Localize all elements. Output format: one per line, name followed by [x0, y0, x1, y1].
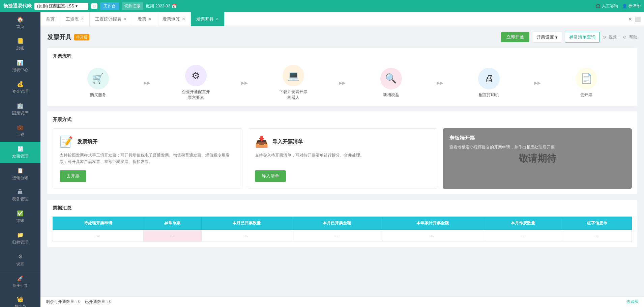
sidebar-item-settle[interactable]: ✅ 结账	[0, 206, 40, 228]
restore-window-button[interactable]: ⬜	[635, 17, 641, 22]
summary-col-yearly-amount: 本年累计开票金额	[382, 217, 483, 230]
flow-step-config: ⚙ 企业开通配置开票六要素	[150, 65, 241, 101]
tab-home[interactable]: 首页	[40, 12, 60, 26]
copy-icon[interactable]: □	[91, 3, 97, 9]
sidebar-item-label-settle: 结账	[16, 218, 24, 224]
sidebar-item-invoice[interactable]: 🧾 发票管理	[0, 142, 40, 163]
flow-step-download: 💻 下载并安装开票机器人	[248, 65, 339, 101]
sidebar-item-settings[interactable]: ⚙ 设置	[0, 249, 40, 271]
invoice-flow-icon: 📄	[581, 73, 592, 84]
goto-buy-link[interactable]: 去购买	[626, 299, 639, 305]
sidebar-item-archive[interactable]: 📁 归档管理	[0, 228, 40, 249]
config-icon-wrap: ⚙	[185, 65, 207, 86]
buy-icon: 🛒	[92, 73, 104, 84]
close-tab-salary-stats[interactable]: ✕	[123, 17, 126, 21]
abnormal-query-button[interactable]: 异常清单查询	[565, 32, 600, 43]
tab-invoice[interactable]: 发票 ✕	[132, 12, 157, 26]
sidebar-item-label-report: 报表中心	[12, 67, 28, 73]
taxboard-label: 新增税盘	[383, 92, 399, 98]
config-label: 企业开通配置开票六要素	[181, 89, 211, 101]
help-link[interactable]: 帮助	[629, 34, 637, 40]
buy-label: 购买服务	[90, 92, 106, 98]
method-card-oldapp: 老板端开票 查看老板端小程序提交的开票申请，并作出相应处理后开票 敬请期待	[443, 128, 632, 189]
company-selector[interactable]: (勿删) 江西服室-LSS ▾	[34, 3, 88, 10]
taxboard-icon: 🔍	[385, 73, 397, 84]
salary-icon: 💼	[17, 124, 24, 131]
flow-arrow-1: ▸▸	[144, 79, 150, 87]
download-icon: 💻	[288, 70, 299, 81]
flow-arrow-2: ▸▸	[241, 79, 248, 87]
summary-cell-monthly-count: --	[201, 230, 292, 242]
switch-old-button[interactable]: 切到旧版	[122, 2, 143, 10]
tab-salary-table[interactable]: 工资表 ✕	[60, 12, 90, 26]
close-tab-invoice-calc[interactable]: ✕	[182, 17, 185, 21]
printer-label: 配置打印机	[479, 92, 499, 98]
workbench-button[interactable]: 工作台	[100, 2, 119, 10]
period-calendar-icon[interactable]: 📅	[172, 4, 177, 8]
help-icon: ⊙	[623, 35, 626, 39]
page-header: 发票开具 待开通 立即开通 开票设置 ▾ 异常清单查询 ⊙ 视频 | ⊙	[47, 32, 637, 43]
sidebar-item-fund[interactable]: 💰 资金管理	[0, 77, 40, 99]
open-now-button[interactable]: 立即开通	[501, 32, 529, 42]
headset-icon: 🎧	[595, 4, 601, 8]
view-link[interactable]: 视频	[609, 34, 617, 40]
sidebar-item-asset[interactable]: 🏢 固定资产	[0, 99, 40, 120]
tab-salary-stats[interactable]: 工资统计报表 ✕	[90, 12, 132, 26]
view-icon: ⊙	[603, 35, 606, 39]
sidebar-item-report[interactable]: 📊 报表中心	[0, 55, 40, 77]
flow-section: 开票流程 🛒 购买服务 ▸▸ ⚙ 企业开通配置开票六要素	[47, 48, 637, 106]
period-label: 账期	[146, 3, 154, 9]
sidebar-item-home[interactable]: 🏠 首页	[0, 12, 40, 34]
flow-step-taxboard: 🔍 新增税盘	[346, 68, 437, 98]
close-tab-invoice-tool[interactable]: ✕	[216, 17, 219, 21]
main-layout: 🏠 首页 📒 总账 📊 报表中心 💰 资金管理 🏢 固定资产 💼 工资 🧾 发票…	[0, 12, 644, 307]
close-all-tabs-button[interactable]: ✕	[628, 17, 632, 22]
printer-icon: 🖨	[484, 73, 494, 84]
method-card-import-header: 📥 导入开票清单	[255, 135, 431, 148]
status-bar-left: 剩余可开通数量：0 已开通数量：0	[46, 299, 112, 305]
flow-arrow-4: ▸▸	[437, 79, 443, 87]
page-title: 发票开具	[47, 33, 71, 41]
page-content: 发票开具 待开通 立即开通 开票设置 ▾ 异常清单查询 ⊙ 视频 | ⊙	[40, 26, 644, 296]
sidebar-item-label-vip: 畅会员	[15, 304, 26, 307]
settings-icon: ⚙	[18, 253, 23, 260]
sidebar-item-guide[interactable]: 🚀 新手引导	[0, 271, 40, 292]
sidebar-item-purchase[interactable]: 📋 进销台账	[0, 163, 40, 185]
close-tab-invoice[interactable]: ✕	[148, 17, 151, 21]
sidebar-item-label-fund: 资金管理	[12, 89, 28, 94]
sidebar-item-vip[interactable]: 👑 畅会员	[0, 292, 40, 307]
top-bar-right: 🎧 人工咨询 👤 徐泽华	[595, 3, 641, 9]
import-list-button[interactable]: 导入清单	[255, 170, 286, 182]
status-bar: 剩余可开通数量：0 已开通数量：0 去购买	[40, 296, 644, 307]
sidebar-item-salary[interactable]: 💼 工资	[0, 120, 40, 142]
go-invoice-button[interactable]: 去开票	[60, 170, 86, 182]
sidebar-item-label-invoice: 发票管理	[12, 154, 28, 159]
top-bar-left: 畅捷通易代账 (勿删) 江西服室-LSS ▾ □ 工作台 切到旧版 账期 202…	[3, 2, 177, 10]
page-title-area: 发票开具 待开通	[47, 33, 89, 41]
sidebar-item-ledger[interactable]: 📒 总账	[0, 34, 40, 55]
archive-icon: 📁	[17, 232, 24, 238]
tab-invoice-tool[interactable]: 发票开具 ✕	[191, 12, 225, 26]
printer-icon-wrap: 🖨	[478, 68, 500, 89]
sidebar-item-label-salary: 工资	[16, 132, 24, 138]
flow-section-title: 开票流程	[53, 53, 632, 59]
settings-dropdown-button[interactable]: 开票设置 ▾	[532, 32, 562, 43]
tab-invoice-calc[interactable]: 发票测算 ✕	[157, 12, 191, 26]
close-tab-salary-table[interactable]: ✕	[81, 17, 84, 21]
coming-soon-text: 敬请期待	[519, 152, 556, 165]
consult-button[interactable]: 🎧 人工咨询	[595, 3, 618, 9]
user-profile[interactable]: 👤 徐泽华	[622, 3, 641, 9]
sidebar-item-tax[interactable]: 🏛 税务管理	[0, 185, 40, 206]
sidebar-item-label-settings: 设置	[16, 261, 24, 267]
summary-cell-redinfo: --	[563, 230, 632, 242]
period-value: 2023-02	[155, 4, 170, 8]
method-cards: 📝 发票填开 支持按照发票样式手工填开发票；可开具增值税电子普通发票、增值税普通…	[53, 128, 632, 189]
invoice-icon: 🧾	[17, 146, 24, 152]
flow-step-buy: 🛒 购买服务	[53, 68, 144, 98]
manual-title: 发票填开	[77, 139, 97, 145]
config-icon: ⚙	[192, 70, 200, 81]
summary-cell-yearly-amount: --	[382, 230, 483, 242]
import-title: 导入开票清单	[272, 139, 303, 145]
period-display: 账期 2023-02 📅	[146, 3, 177, 9]
dropdown-arrow-icon: ▾	[555, 35, 558, 40]
